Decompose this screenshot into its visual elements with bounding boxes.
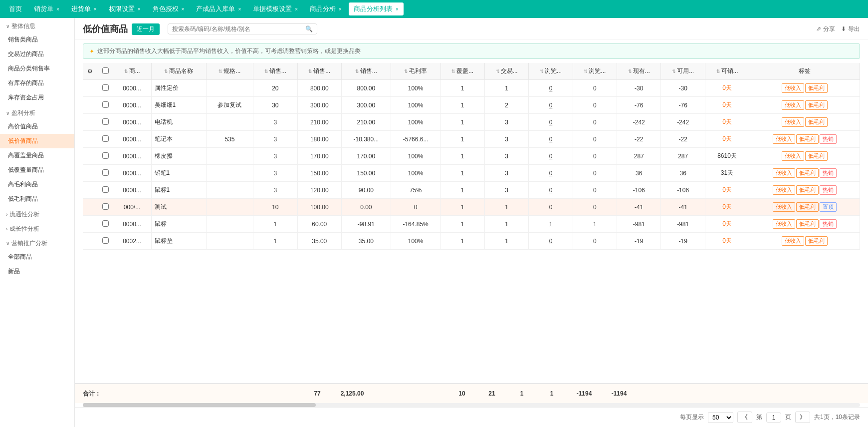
sale-amount-cell: 210.00	[297, 114, 341, 131]
nav-product-analysis[interactable]: 商品分析 ×	[305, 2, 347, 15]
close-icon[interactable]: ×	[182, 6, 185, 12]
sidebar-item-stock-funds[interactable]: 库存资金占用	[0, 90, 74, 105]
sidebar-item-high-value[interactable]: 高价值商品	[0, 119, 74, 134]
view1-link[interactable]: 0	[549, 102, 553, 109]
time-filter-button[interactable]: 近一月	[132, 23, 160, 35]
sale-profit-col-header: ⇅销售...	[341, 63, 391, 80]
sidebar-group-liquidity[interactable]: › 流通性分析	[0, 206, 74, 221]
view1-link[interactable]: 0	[549, 136, 553, 143]
sidebar-item-new-products[interactable]: 新品	[0, 264, 74, 279]
nav-permission[interactable]: 权限设置 ×	[104, 2, 146, 15]
table-container[interactable]: ⚙ ⇅商... ⇅商品名称 ⇅规格...	[75, 63, 868, 383]
sidebar-item-low-coverage[interactable]: 低覆盖量商品	[0, 163, 74, 177]
select-all-checkbox[interactable]	[102, 67, 109, 74]
checkbox-cell[interactable]	[98, 148, 113, 165]
margin-cell: 100%	[391, 97, 440, 114]
row-checkbox[interactable]	[102, 135, 109, 142]
page-number-input[interactable]	[766, 413, 781, 423]
tags-cell: 低收入低毛利热销	[749, 131, 860, 148]
sidebar-item-high-coverage[interactable]: 高覆盖量商品	[0, 148, 74, 163]
sidebar-item-sales-products[interactable]: 销售类商品	[0, 32, 74, 47]
checkbox-cell[interactable]	[98, 114, 113, 131]
view1-link[interactable]: 0	[549, 85, 553, 92]
row-checkbox[interactable]	[102, 169, 109, 176]
row-checkbox[interactable]	[102, 118, 109, 125]
row-checkbox[interactable]	[102, 101, 109, 108]
sidebar-item-category-rate[interactable]: 商品分类销售率	[0, 61, 74, 76]
sidebar-group-profit[interactable]: ∨ 盈利分析	[0, 105, 74, 119]
view1-cell[interactable]: 0	[529, 80, 573, 97]
checkbox-cell[interactable]	[98, 165, 113, 182]
sidebar-item-low-value[interactable]: 低价值商品	[0, 134, 74, 148]
row-checkbox[interactable]	[102, 84, 109, 91]
sidebar-item-all-products[interactable]: 全部商品	[0, 250, 74, 264]
checkbox-cell[interactable]	[98, 97, 113, 114]
sidebar-item-in-stock[interactable]: 有库存的商品	[0, 76, 74, 90]
spec-col-header: ⇅规格...	[206, 63, 253, 80]
row-checkbox[interactable]	[102, 220, 109, 227]
row-checkbox[interactable]	[102, 203, 109, 210]
close-icon[interactable]: ×	[94, 6, 97, 12]
tags-cell: 低收入低毛利	[749, 114, 860, 131]
close-icon[interactable]: ×	[295, 6, 298, 12]
share-button[interactable]: ⇗ 分享	[816, 25, 835, 33]
view1-link[interactable]: 0	[549, 153, 553, 160]
view1-cell[interactable]: 0	[529, 182, 573, 199]
view1-link[interactable]: 0	[549, 119, 553, 126]
sidebar-group-marketing[interactable]: ∨ 营销推广分析	[0, 235, 74, 250]
nav-template-setting[interactable]: 单据模板设置 ×	[248, 2, 303, 15]
code-cell: 0000...	[113, 216, 151, 233]
view1-link[interactable]: 0	[549, 187, 553, 194]
name-cell: 笔记本	[151, 131, 206, 148]
close-icon[interactable]: ×	[396, 6, 399, 12]
nav-product-analysis-list[interactable]: 商品分析列表 ×	[349, 2, 404, 15]
view1-cell[interactable]: 0	[529, 148, 573, 165]
checkbox-cell[interactable]	[98, 131, 113, 148]
view1-link[interactable]: 0	[549, 238, 553, 245]
sidebar-group-overall[interactable]: ∨ 整体信息	[0, 18, 74, 32]
close-icon[interactable]: ×	[56, 6, 59, 12]
nav-purchase-order[interactable]: 进货单 ×	[66, 2, 102, 15]
checkbox-col-header[interactable]	[98, 63, 113, 80]
view1-cell[interactable]: 0	[529, 199, 573, 216]
sidebar-item-low-margin[interactable]: 低毛利商品	[0, 192, 74, 206]
view1-cell[interactable]: 0	[529, 114, 573, 131]
search-icon[interactable]: 🔍	[305, 25, 313, 32]
scrollbar-thumb[interactable]	[83, 403, 316, 407]
nav-home[interactable]: 首页	[4, 2, 27, 15]
view1-link[interactable]: 0	[549, 170, 553, 177]
close-icon[interactable]: ×	[238, 6, 241, 12]
view1-cell[interactable]: 0	[529, 233, 573, 250]
view1-cell[interactable]: 0	[529, 97, 573, 114]
view1-cell[interactable]: 0	[529, 131, 573, 148]
stock-sell-cell: 0天	[705, 114, 749, 131]
sidebar-group-growth[interactable]: › 成长性分析	[0, 221, 74, 235]
view1-cell[interactable]: 0	[529, 165, 573, 182]
row-checkbox[interactable]	[102, 237, 109, 244]
settings-col-header[interactable]: ⚙	[83, 63, 98, 80]
sidebar-item-high-margin[interactable]: 高毛利商品	[0, 177, 74, 192]
spec-cell: 535	[206, 131, 253, 148]
nav-product-stock[interactable]: 产成品入库单 ×	[191, 2, 246, 15]
checkbox-cell[interactable]	[98, 233, 113, 250]
first-page-button[interactable]: 《	[737, 412, 752, 423]
page-size-select[interactable]: 50 100 200	[708, 412, 733, 423]
row-checkbox[interactable]	[102, 152, 109, 159]
sale-amount-cell: 120.00	[297, 182, 341, 199]
checkbox-cell[interactable]	[98, 80, 113, 97]
checkbox-cell[interactable]	[98, 199, 113, 216]
row-checkbox[interactable]	[102, 186, 109, 193]
checkbox-cell[interactable]	[98, 216, 113, 233]
close-icon[interactable]: ×	[138, 6, 141, 12]
checkbox-cell[interactable]	[98, 182, 113, 199]
next-page-button[interactable]: 》	[795, 412, 810, 423]
nav-role-auth[interactable]: 角色授权 ×	[148, 2, 190, 15]
export-button[interactable]: ⬇ 导出	[841, 25, 860, 33]
sidebar-item-traded-products[interactable]: 交易过的商品	[0, 47, 74, 61]
view1-link[interactable]: 0	[549, 204, 553, 211]
view1-link[interactable]: 1	[549, 221, 553, 228]
view1-cell[interactable]: 1	[529, 216, 573, 233]
search-input[interactable]	[172, 25, 302, 32]
nav-sales-order[interactable]: 销货单 ×	[29, 2, 64, 15]
close-icon[interactable]: ×	[339, 6, 342, 12]
